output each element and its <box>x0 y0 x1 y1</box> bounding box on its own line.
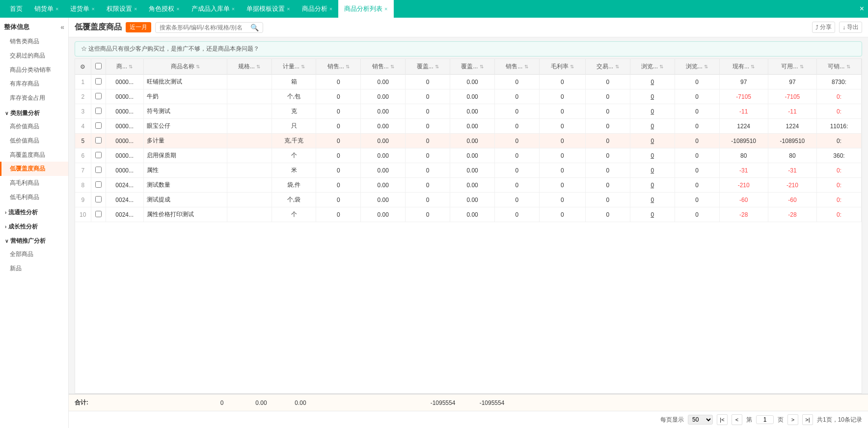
browse1-link[interactable]: 0 <box>651 152 654 159</box>
close-template-icon[interactable]: × <box>287 6 290 12</box>
nav-tab-purchase[interactable]: 进货单 × <box>64 0 100 18</box>
close-analytics-list-icon[interactable]: × <box>384 6 387 12</box>
row-browse1[interactable]: 0 <box>630 148 675 163</box>
sort-name-icon[interactable]: ⇅ <box>196 64 200 69</box>
row-browse1[interactable]: 0 <box>630 207 675 222</box>
browse1-link[interactable]: 0 <box>651 182 654 189</box>
sidebar-item-high-profit[interactable]: 高毛利商品 <box>0 176 68 190</box>
row-checkbox[interactable] <box>91 163 106 178</box>
search-icon[interactable]: 🔍 <box>250 24 259 31</box>
row-name[interactable]: 符号测试 <box>143 104 227 119</box>
sidebar-item-with-stock[interactable]: 有库存商品 <box>0 77 68 91</box>
sort-unit-icon[interactable]: ⇅ <box>301 64 305 69</box>
row-browse1[interactable]: 0 <box>630 89 675 104</box>
sidebar-item-high-coverage[interactable]: 高覆盖度商品 <box>0 148 68 162</box>
row-select-checkbox[interactable] <box>95 108 102 114</box>
settings-icon[interactable]: ⚙ <box>80 63 85 70</box>
row-select-checkbox[interactable] <box>95 122 102 129</box>
nav-tab-analytics-list[interactable]: 商品分析列表 × <box>338 0 393 18</box>
row-name[interactable]: 测试提成 <box>143 193 227 207</box>
sort-cov1-icon[interactable]: ⇅ <box>435 64 439 69</box>
row-checkbox[interactable] <box>91 178 106 193</box>
nav-tab-analytics[interactable]: 商品分析 × <box>296 0 338 18</box>
row-select-checkbox[interactable] <box>95 93 102 99</box>
row-name[interactable]: 多计量 <box>143 134 227 148</box>
export-button[interactable]: ↓ 导出 <box>839 22 862 33</box>
sort-sales-extra-icon[interactable]: ⇅ <box>524 64 528 69</box>
row-name[interactable]: 启用保质期 <box>143 148 227 163</box>
share-button[interactable]: ⤴ 分享 <box>812 22 835 33</box>
row-browse1[interactable]: 0 <box>630 134 675 148</box>
close-product-entry-icon[interactable]: × <box>232 6 235 12</box>
sort-code-icon[interactable]: ⇅ <box>129 64 133 69</box>
sidebar-item-low-value[interactable]: 低价值商品 <box>0 134 68 148</box>
close-sales-icon[interactable]: × <box>55 6 58 12</box>
row-name[interactable]: 属性价格打印测试 <box>143 207 227 222</box>
sidebar-section-marketing-analysis[interactable]: ∨ 营销推广分析 <box>0 233 68 247</box>
row-checkbox[interactable] <box>91 207 106 222</box>
sidebar-item-all-goods[interactable]: 全部商品 <box>0 247 68 261</box>
browse1-link[interactable]: 0 <box>651 93 654 100</box>
sidebar-item-goods-move-rate[interactable]: 商品分类动销率 <box>0 63 68 77</box>
close-permission-icon[interactable]: × <box>134 6 137 12</box>
prev-page-button[interactable]: < <box>732 414 742 425</box>
sort-saleable-icon[interactable]: ⇅ <box>846 64 850 69</box>
sort-cov2-icon[interactable]: ⇅ <box>480 64 484 69</box>
sidebar-item-low-coverage[interactable]: 低覆盖度商品 <box>0 162 68 176</box>
sort-sales-amt-icon[interactable]: ⇅ <box>390 64 394 69</box>
sidebar-section-flow-analysis[interactable]: › 流通性分析 <box>0 204 68 219</box>
sidebar-item-new-goods[interactable]: 新品 <box>0 261 68 276</box>
row-checkbox[interactable] <box>91 104 106 119</box>
nav-tab-home[interactable]: 首页 <box>4 0 28 18</box>
close-purchase-icon[interactable]: × <box>91 6 94 12</box>
row-browse1[interactable]: 0 <box>630 119 675 134</box>
row-checkbox[interactable] <box>91 89 106 104</box>
page-number-input[interactable] <box>756 415 774 424</box>
row-name[interactable]: 眼宝公仔 <box>143 119 227 134</box>
row-checkbox[interactable] <box>91 134 106 148</box>
sidebar-item-sales-goods[interactable]: 销售类商品 <box>0 34 68 49</box>
close-analytics-icon[interactable]: × <box>329 6 332 12</box>
sort-gross-icon[interactable]: ⇅ <box>570 64 574 69</box>
sort-available-icon[interactable]: ⇅ <box>800 64 804 69</box>
close-role-icon[interactable]: × <box>176 6 179 12</box>
nav-tab-permission[interactable]: 权限设置 × <box>101 0 143 18</box>
nav-tab-sales[interactable]: 销货单 × <box>28 0 64 18</box>
row-checkbox[interactable] <box>91 148 106 163</box>
browse1-link[interactable]: 0 <box>651 167 654 174</box>
nav-tab-role[interactable]: 角色授权 × <box>143 0 185 18</box>
last-page-button[interactable]: >| <box>802 414 813 425</box>
sort-trans-icon[interactable]: ⇅ <box>615 64 619 69</box>
checkbox-column-header[interactable] <box>91 59 106 75</box>
row-checkbox[interactable] <box>91 193 106 207</box>
sort-current-icon[interactable]: ⇅ <box>751 64 755 69</box>
row-select-checkbox[interactable] <box>95 152 102 158</box>
row-name[interactable]: 牛奶 <box>143 89 227 104</box>
row-select-checkbox[interactable] <box>95 78 102 85</box>
sidebar-section-growth-analysis[interactable]: › 成长性分析 <box>0 219 68 233</box>
browse1-link[interactable]: 0 <box>651 79 654 86</box>
row-select-checkbox[interactable] <box>95 211 102 217</box>
row-checkbox[interactable] <box>91 75 106 89</box>
row-name[interactable]: 测试数量 <box>143 178 227 193</box>
row-checkbox[interactable] <box>91 119 106 134</box>
row-browse1[interactable]: 0 <box>630 193 675 207</box>
sidebar-section-quality-analysis[interactable]: ∨ 类别量分析 <box>0 105 68 119</box>
row-browse1[interactable]: 0 <box>630 163 675 178</box>
row-name[interactable]: 旺铺批次测试 <box>143 75 227 89</box>
row-name[interactable]: 属性 <box>143 163 227 178</box>
sort-browse2-icon[interactable]: ⇅ <box>704 64 708 69</box>
sidebar-collapse-icon[interactable]: « <box>60 23 64 31</box>
row-select-checkbox[interactable] <box>95 167 102 173</box>
row-browse1[interactable]: 0 <box>630 104 675 119</box>
browse1-link[interactable]: 0 <box>651 108 654 115</box>
row-select-checkbox[interactable] <box>95 181 102 188</box>
browse1-link[interactable]: 0 <box>651 138 654 144</box>
sidebar-item-traded-goods[interactable]: 交易过的商品 <box>0 49 68 63</box>
row-browse1[interactable]: 0 <box>630 178 675 193</box>
sidebar-item-low-profit[interactable]: 低毛利商品 <box>0 190 68 204</box>
browse1-link[interactable]: 0 <box>651 123 654 130</box>
browse1-link[interactable]: 0 <box>651 211 654 218</box>
select-all-checkbox[interactable] <box>95 63 102 69</box>
sort-spec-icon[interactable]: ⇅ <box>256 64 260 69</box>
